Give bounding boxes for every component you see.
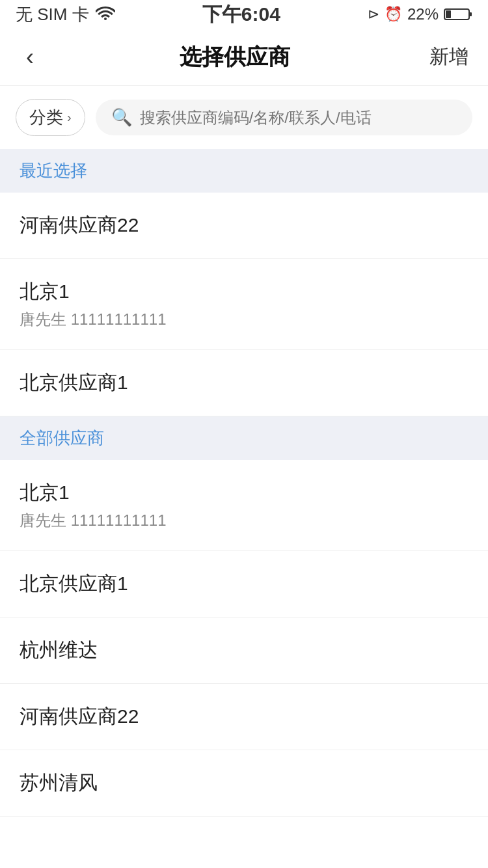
item-name: 北京供应商1 [20, 370, 468, 396]
item-name: 北京1 [20, 480, 468, 506]
sim-status: 无 SIM 卡 [16, 3, 89, 26]
filter-bar: 分类 › 🔍 [0, 86, 488, 149]
status-right: ⊳ ⏰ 22% [368, 5, 472, 23]
recent-section-header: 最近选择 [0, 149, 488, 193]
chevron-right-icon: › [67, 110, 72, 125]
recent-list: 河南供应商22北京1唐先生 11111111111北京供应商1 [0, 193, 488, 416]
nav-bar: ‹ 选择供应商 新增 [0, 29, 488, 86]
add-button[interactable]: 新增 [429, 44, 468, 70]
item-name: 苏州清风 [20, 770, 468, 796]
back-button[interactable]: ‹ [20, 37, 40, 77]
list-item[interactable]: 北京供应商1 [0, 551, 488, 617]
all-list: 北京1唐先生 11111111111北京供应商1杭州维达河南供应商22苏州清风 [0, 460, 488, 817]
list-item[interactable]: 北京1唐先生 11111111111 [0, 460, 488, 551]
category-label: 分类 [29, 106, 63, 129]
list-item[interactable]: 苏州清风 [0, 750, 488, 817]
list-item[interactable]: 北京1唐先生 11111111111 [0, 259, 488, 350]
item-sub: 唐先生 11111111111 [20, 309, 468, 330]
all-section-header: 全部供应商 [0, 416, 488, 460]
list-item[interactable]: 河南供应商22 [0, 193, 488, 259]
list-item[interactable]: 杭州维达 [0, 617, 488, 684]
page-title: 选择供应商 [180, 42, 290, 72]
list-item[interactable]: 北京供应商1 [0, 350, 488, 416]
location-icon: ⊳ [368, 6, 379, 23]
item-name: 河南供应商22 [20, 703, 468, 730]
status-left: 无 SIM 卡 [16, 3, 115, 26]
item-name: 北京供应商1 [20, 571, 468, 597]
alarm-icon: ⏰ [385, 6, 402, 23]
item-name: 河南供应商22 [20, 212, 468, 239]
search-input[interactable] [140, 109, 457, 127]
battery-icon [444, 7, 472, 21]
battery-percentage: 22% [407, 5, 439, 23]
search-box: 🔍 [96, 100, 472, 135]
svg-rect-2 [446, 10, 451, 18]
item-name: 北京1 [20, 278, 468, 305]
item-sub: 唐先生 11111111111 [20, 510, 468, 531]
wifi-icon [96, 5, 115, 25]
item-name: 杭州维达 [20, 637, 468, 664]
category-button[interactable]: 分类 › [16, 99, 85, 136]
search-icon: 🔍 [111, 107, 132, 128]
status-time: 下午6:04 [202, 1, 280, 28]
list-item[interactable]: 河南供应商22 [0, 684, 488, 750]
status-bar: 无 SIM 卡 下午6:04 ⊳ ⏰ 22% [0, 0, 488, 29]
svg-rect-1 [469, 12, 472, 16]
